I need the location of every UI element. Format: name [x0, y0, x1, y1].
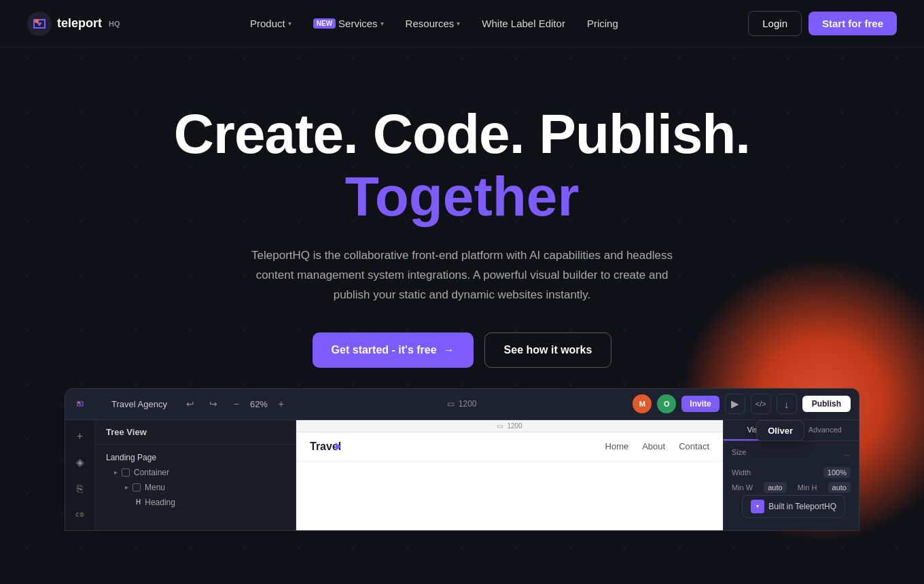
assets-button[interactable]: ⎘ [70, 479, 90, 498]
nav-pricing[interactable]: Pricing [578, 12, 628, 35]
width-indicator: ▭ 1200 [447, 399, 477, 409]
toolbar-right: M O Invite ▶ </> ↓ Publish [633, 394, 851, 414]
zoom-plus-button[interactable]: + [272, 394, 291, 413]
logo-icon [27, 12, 52, 36]
login-button[interactable]: Login [748, 11, 802, 36]
tree-checkbox[interactable] [132, 483, 141, 492]
invite-button[interactable]: Invite [681, 396, 719, 412]
monitor-icon: ▭ [447, 399, 455, 409]
hero-section: Create. Code. Publish. Together Teleport… [0, 48, 924, 368]
width-row: Width 100% [732, 467, 851, 478]
preview-site-name[interactable]: Travel Agency [111, 399, 167, 409]
more-options-button[interactable]: ··· [844, 450, 851, 460]
canvas-width-indicator: ▭ 1200 [296, 420, 723, 432]
hero-title-together: Together [345, 166, 580, 227]
min-w-value[interactable]: auto [764, 482, 786, 493]
preview-content: ＋ ◈ ⎘ 𝕔𝕠 Tree View Landing Page ▸ Contai… [65, 420, 859, 530]
website-nav-contact: Contact [679, 441, 709, 451]
add-element-button[interactable]: ＋ [70, 427, 90, 445]
nav-product[interactable]: Product ▾ [241, 12, 301, 35]
layers-button[interactable]: 𝕔𝕠 [70, 505, 90, 523]
publish-button[interactable]: Publish [802, 396, 851, 412]
logo-text: teleport [57, 16, 102, 31]
tree-item-container[interactable]: ▸ Container [95, 465, 296, 480]
app-preview-window: Travel Agency ↩ ↪ − 62% + ▭ 1200 M O [65, 388, 859, 531]
preview-logo-icon [73, 397, 87, 411]
logo-hq: HQ [109, 20, 120, 28]
built-badge-icon [751, 500, 764, 513]
width-value[interactable]: 100% [823, 467, 851, 478]
tree-items: Landing Page ▸ Container ▸ Menu H Headin… [95, 445, 296, 515]
start-button[interactable]: Start for free [808, 12, 897, 35]
tree-arrow-icon: ▸ [125, 483, 128, 491]
chevron-down-icon: ▾ [380, 20, 384, 27]
navbar: teleportHQ Product ▾ New Services ▾ Reso… [0, 0, 924, 48]
min-w-label: Min W [732, 483, 753, 492]
website-canvas: ▭ 1200 Travel Home About Contact [296, 420, 723, 530]
tree-view-panel: Tree View Landing Page ▸ Container ▸ Men… [95, 420, 296, 530]
nav-actions: Login Start for free [748, 11, 897, 36]
preview-logo-area [73, 397, 101, 411]
left-sidebar-icons: ＋ ◈ ⎘ 𝕔𝕠 [65, 420, 95, 530]
width-label: Width [732, 468, 751, 477]
website-navbar: Travel Home About Contact [296, 432, 723, 462]
website-logo-area: Travel [310, 441, 341, 453]
tree-item-label: Menu [145, 483, 165, 492]
hero-buttons: Get started - it's free → See how it wor… [313, 332, 612, 368]
website-nav-about: About [642, 441, 665, 451]
monitor-icon: ▭ [497, 422, 503, 430]
size-header: Size ··· [732, 448, 851, 462]
min-h-value[interactable]: auto [828, 482, 851, 493]
new-badge: New [313, 18, 336, 29]
min-dimensions-row: Min W auto Min H auto [732, 482, 851, 493]
nav-white-label[interactable]: White Label Editor [472, 12, 575, 35]
play-button[interactable]: ▶ [725, 394, 745, 414]
see-how-button[interactable]: See how it works [484, 332, 612, 368]
oliver-tooltip: Oliver [756, 420, 804, 441]
built-badge-label: Built in TeleportHQ [768, 502, 836, 511]
tree-item-heading[interactable]: H Heading [95, 495, 296, 510]
zoom-minus-button[interactable]: − [227, 394, 246, 413]
tree-item-menu[interactable]: ▸ Menu [95, 480, 296, 495]
logo[interactable]: teleportHQ [27, 12, 120, 36]
undo-button[interactable]: ↩ [181, 394, 200, 413]
tree-item-label: Landing Page [106, 453, 156, 462]
nav-services[interactable]: New Services ▾ [304, 12, 393, 35]
navigator-button[interactable]: ◈ [70, 453, 90, 471]
avatar-o: O [657, 394, 676, 413]
hero-title-line1: Create. Code. Publish. [174, 102, 750, 166]
tree-checkbox[interactable] [122, 468, 130, 477]
svg-point-7 [78, 402, 80, 404]
size-label: Size [732, 448, 746, 456]
hero-description: TeleportHQ is the collaborative front-en… [245, 246, 679, 305]
toolbar-controls: ↩ ↪ − 62% + [181, 394, 291, 413]
min-h-label: Min H [798, 483, 817, 492]
tree-view-header: Tree View [95, 420, 296, 445]
tree-arrow-icon: ▸ [114, 468, 118, 476]
zoom-level: 62% [250, 399, 268, 409]
avatar-m: M [633, 394, 652, 413]
nav-resources[interactable]: Resources ▾ [396, 12, 470, 35]
tree-item-label: Container [134, 468, 169, 477]
code-button[interactable]: </> [751, 394, 771, 414]
svg-point-3 [35, 19, 39, 23]
tree-item-landing-page[interactable]: Landing Page [95, 450, 296, 465]
zoom-control: − 62% + [227, 394, 291, 413]
heading-icon: H [136, 498, 141, 506]
download-button[interactable]: ↓ [777, 394, 797, 414]
website-nav-links: Home About Contact [605, 441, 709, 451]
chevron-down-icon: ▾ [457, 20, 460, 27]
website-preview: Travel Home About Contact [296, 432, 723, 462]
chevron-down-icon: ▾ [288, 20, 291, 27]
built-badge: Built in TeleportHQ [742, 495, 845, 518]
preview-toolbar: Travel Agency ↩ ↪ − 62% + ▭ 1200 M O [65, 389, 859, 420]
redo-button[interactable]: ↪ [204, 394, 223, 413]
nav-links: Product ▾ New Services ▾ Resources ▾ Whi… [241, 12, 628, 35]
selection-indicator [336, 443, 341, 451]
website-nav-home: Home [605, 441, 629, 451]
get-started-button[interactable]: Get started - it's free → [313, 332, 474, 368]
tree-item-label: Heading [145, 498, 175, 507]
